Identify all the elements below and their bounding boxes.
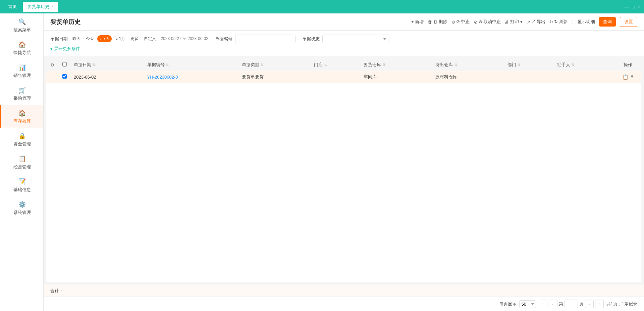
sidebar-item-purchase[interactable]: 🛒 采购管理 xyxy=(0,82,43,105)
filter-area: 单据日期 昨天 今天 近7天 近1月 更多 自定义 2023-05-27 至 2… xyxy=(44,31,644,56)
sort-handler-icon[interactable]: ⇅ xyxy=(572,63,575,67)
page-label: 第 xyxy=(559,301,563,307)
today-shortcut[interactable]: 今天 xyxy=(84,35,96,42)
print-icon: 🖨 xyxy=(505,19,509,25)
expand-more-button[interactable]: ▾ 展开更多条件 xyxy=(50,46,637,52)
row-store xyxy=(311,71,360,83)
th-store: 门店 ⇅ xyxy=(311,59,360,71)
sidebar-item-inventory[interactable]: 🏠 库存核算 xyxy=(0,105,43,128)
export-icon: ↗ xyxy=(527,19,530,25)
row-select-checkbox[interactable] xyxy=(62,74,67,79)
active-tab[interactable]: 要货单历史 × xyxy=(23,2,58,12)
order-no-input[interactable] xyxy=(235,35,296,43)
status-filter-group: 单据状态 xyxy=(302,35,389,43)
sort-date-icon[interactable]: ⇅ xyxy=(93,63,96,67)
th-settings[interactable]: ⚙ xyxy=(46,59,58,71)
quick-nav-icon: 🏠 xyxy=(18,41,26,48)
new-button[interactable]: ＋ + 新增 xyxy=(406,19,424,25)
row-date: 2023-06-02 xyxy=(70,71,144,83)
sales-icon: 📊 xyxy=(18,64,26,71)
sidebar-label-system: 系统管理 xyxy=(13,210,31,216)
row-checkbox[interactable] xyxy=(58,71,70,83)
order-no-link[interactable]: YH-20230602-0 xyxy=(147,75,178,80)
last-page-btn[interactable]: » xyxy=(595,300,604,308)
page-number-input[interactable]: 1 xyxy=(565,300,578,308)
filter-row: 单据日期 昨天 今天 近7天 近1月 更多 自定义 2023-05-27 至 2… xyxy=(50,35,637,43)
export-button[interactable]: ↗ ↗ 导出 xyxy=(527,19,546,25)
sidebar-item-search-menu[interactable]: 🔍 搜索菜单 xyxy=(0,13,43,36)
sidebar-label-basic: 基础信息 xyxy=(13,187,31,193)
th-date: 单据日期 ⇅ xyxy=(70,59,144,71)
sidebar-label-quick-nav: 快捷导航 xyxy=(13,50,31,56)
tab-close-icon[interactable]: × xyxy=(51,5,53,9)
sort-pendwh-icon[interactable]: ⇅ xyxy=(454,63,457,67)
home-tab[interactable]: 首页 xyxy=(3,2,21,12)
page-size-select[interactable]: 50 20 100 200 xyxy=(519,300,536,308)
th-checkbox[interactable] xyxy=(58,59,70,71)
inventory-icon: 🏠 xyxy=(18,109,26,117)
first-page-btn[interactable]: « xyxy=(539,300,547,308)
print-button[interactable]: 🖨 打印 ▾ xyxy=(505,19,523,25)
stop-button[interactable]: ⊘ ⊘ 中止 xyxy=(451,19,470,25)
page-nav: « ‹ 第 1 页 › » xyxy=(539,300,604,308)
select-all-checkbox[interactable] xyxy=(62,62,67,66)
cancel-stop-button[interactable]: ⊘ ⊘ 取消中止 xyxy=(474,19,501,25)
edit-icon[interactable]: 📋 xyxy=(623,74,628,80)
sidebar-item-system[interactable]: ⚙️ 系统管理 xyxy=(0,196,43,219)
status-select[interactable] xyxy=(322,35,389,43)
action-icons: 📋 ⠿ xyxy=(618,74,638,80)
delete-button[interactable]: 🗑 🗑 删除 xyxy=(428,19,447,25)
display-detail-toggle[interactable]: 显示明细 xyxy=(572,19,595,25)
row-type: 要货单要货 xyxy=(238,71,311,83)
new-icon: ＋ xyxy=(406,19,410,25)
sidebar-label-finance: 资金管理 xyxy=(13,141,31,147)
sidebar-label-purchase: 采购管理 xyxy=(13,95,31,101)
refresh-button[interactable]: ↻ ↻ 刷新 xyxy=(549,19,568,25)
yesterday-shortcut[interactable]: 昨天 xyxy=(70,35,83,42)
sort-orderno-icon[interactable]: ⇅ xyxy=(166,63,169,67)
purchase-icon: 🛒 xyxy=(18,87,26,94)
page-size-label: 每页显示 xyxy=(499,301,517,307)
finance-icon: 🔒 xyxy=(18,132,26,140)
sidebar-item-basic[interactable]: 📝 基础信息 xyxy=(0,173,43,196)
prev-page-btn[interactable]: ‹ xyxy=(549,300,557,308)
date-filter-group: 单据日期 昨天 今天 近7天 近1月 更多 自定义 2023-05-27 至 2… xyxy=(50,35,208,42)
delete-icon: 🗑 xyxy=(428,19,432,25)
custom-shortcut[interactable]: 自定义 xyxy=(142,35,158,42)
next-page-btn[interactable]: › xyxy=(585,300,594,308)
total-label: 合计： xyxy=(50,288,63,293)
minimize-icon[interactable]: — xyxy=(625,4,629,9)
sidebar-item-finance[interactable]: 🔒 资金管理 xyxy=(0,128,43,150)
main-layout: 🔍 搜索菜单 🏠 快捷导航 📊 销售管理 🛒 采购管理 🏠 库存核算 🔒 资金管… xyxy=(0,13,644,311)
top-bar: 首页 要货单历史 × — □ × xyxy=(0,0,644,13)
settings-button[interactable]: 设置 xyxy=(620,17,637,27)
copy-icon[interactable]: ⠿ xyxy=(630,74,634,80)
close-window-icon[interactable]: × xyxy=(638,4,641,9)
query-button[interactable]: 查询 xyxy=(599,17,616,27)
sort-type-icon[interactable]: ⇅ xyxy=(261,63,264,67)
date-filter-label: 单据日期 xyxy=(50,36,68,42)
last7days-shortcut[interactable]: 近7天 xyxy=(97,35,112,42)
row-order-no: YH-20230602-0 xyxy=(144,71,239,83)
sidebar-item-quick-nav[interactable]: 🏠 快捷导航 xyxy=(0,36,43,59)
display-detail-checkbox[interactable] xyxy=(572,20,576,24)
last1month-shortcut[interactable]: 近1月 xyxy=(113,35,127,42)
more-shortcut[interactable]: 更多 xyxy=(128,35,141,42)
sidebar-label-sales: 销售管理 xyxy=(13,73,31,79)
sidebar-item-operation[interactable]: 📋 经营管理 xyxy=(0,150,43,173)
content-area: 要货单历史 ＋ + 新增 🗑 🗑 删除 ⊘ ⊘ 中止 ⊘ ⊘ 取消中止 xyxy=(44,13,644,311)
date-shortcuts: 昨天 今天 近7天 近1月 更多 自定义 xyxy=(70,35,158,42)
display-detail-label: 显示明细 xyxy=(578,19,595,25)
sort-dept-icon[interactable]: ⇅ xyxy=(517,63,520,67)
cancel-stop-icon: ⊘ xyxy=(474,19,478,25)
sidebar-item-sales[interactable]: 📊 销售管理 xyxy=(0,59,43,82)
basic-icon: 📝 xyxy=(18,178,26,185)
th-department: 部门 ⇅ xyxy=(504,59,554,71)
sort-reqwh-icon[interactable]: ⇅ xyxy=(382,63,385,67)
maximize-icon[interactable]: □ xyxy=(632,4,635,9)
sidebar-label-search-menu: 搜索菜单 xyxy=(13,27,31,33)
th-pending-warehouse: 待出仓库 ⇅ xyxy=(432,59,504,71)
table-row: 2023-06-02 YH-20230602-0 要货单要货 车间库 原材料仓库… xyxy=(46,71,641,83)
sort-store-icon[interactable]: ⇅ xyxy=(324,63,327,67)
row-req-warehouse: 车间库 xyxy=(360,71,432,83)
